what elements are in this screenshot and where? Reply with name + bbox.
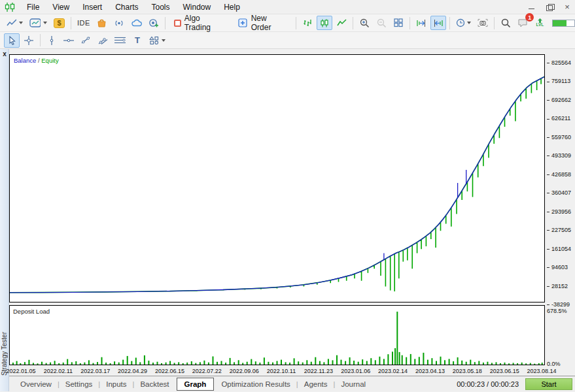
deposit-load-bar — [394, 348, 396, 365]
trendline-tool-button[interactable] — [78, 33, 94, 48]
screenshot-button[interactable] — [475, 16, 491, 30]
deposit-load-bar — [414, 359, 415, 365]
deposit-load-bar — [12, 363, 14, 365]
deposit-load-bar — [513, 363, 514, 365]
deposit-load-chart[interactable]: Deposit Load — [9, 305, 545, 365]
chart-shift-button[interactable] — [430, 16, 446, 30]
x-axis-label: 2022.01.05 — [6, 368, 35, 374]
deposit-load-bar — [93, 363, 94, 365]
lvl-icon: LVL — [536, 18, 544, 27]
zoom-out-icon — [377, 18, 387, 28]
horizontal-line-icon — [63, 37, 74, 44]
cloud-icon — [131, 19, 142, 27]
tab-settings[interactable]: Settings — [60, 378, 99, 390]
deposit-load-bar — [67, 359, 68, 365]
app-logo-icon — [5, 3, 15, 12]
level-button[interactable]: LVL — [532, 16, 548, 30]
minimize-icon[interactable] — [528, 3, 536, 11]
channel-tool-button[interactable] — [95, 33, 111, 48]
deposit-load-bar — [37, 363, 39, 365]
market-button[interactable] — [94, 16, 109, 30]
toolbar-separator — [353, 17, 353, 29]
tile-windows-button[interactable] — [391, 16, 406, 30]
vertical-line-icon — [48, 36, 55, 45]
new-chart-button[interactable] — [4, 16, 26, 30]
deposit-load-bar — [221, 361, 222, 365]
search-button[interactable] — [498, 16, 514, 30]
line-chart-button[interactable] — [334, 16, 349, 30]
y-axis-label: 94603 — [547, 264, 568, 270]
x-axis-label: 2022.07.22 — [192, 368, 222, 374]
tester-status: 00:00:23 / 00:00:23 Start — [457, 378, 575, 390]
deposit-load-bar — [306, 360, 307, 365]
zoom-out-button[interactable] — [374, 16, 389, 30]
shopping-bag-icon — [97, 18, 107, 27]
deposit-load-bar — [230, 358, 231, 365]
menu-window[interactable]: Window — [177, 1, 218, 14]
deposit-load-bar — [148, 361, 149, 365]
text-tool-button[interactable]: T — [130, 33, 145, 48]
auto-scroll-button[interactable] — [413, 16, 429, 30]
balance-equity-plot — [10, 55, 544, 302]
deposit-load-bar — [396, 312, 398, 365]
symbols-button[interactable]: $ — [51, 16, 67, 30]
tab-graph[interactable]: Graph — [177, 378, 215, 391]
deposit-load-bar — [466, 362, 467, 365]
deposit-load-bar — [431, 358, 432, 365]
deposit-load-bar — [183, 363, 184, 365]
candlestick-chart-button[interactable] — [317, 16, 332, 30]
deposit-load-bar — [504, 363, 506, 365]
crosshair-tool-button[interactable] — [21, 33, 37, 48]
algo-trading-icon — [174, 20, 181, 27]
close-icon[interactable]: × — [563, 3, 571, 11]
bars-chart-button[interactable] — [300, 16, 315, 30]
deposit-load-bar — [453, 361, 454, 365]
menu-charts[interactable]: Charts — [109, 1, 145, 14]
deposit-load-bar — [217, 362, 218, 365]
deposit-load-bar — [54, 361, 56, 365]
community-button[interactable] — [146, 16, 162, 30]
signals-button[interactable] — [111, 16, 127, 30]
deposit-load-bar — [268, 362, 269, 365]
period-button[interactable] — [453, 16, 474, 30]
x-axis-label: 2022.04.29 — [118, 368, 147, 374]
notifications-button[interactable]: 1 — [515, 16, 531, 30]
restore-icon[interactable] — [546, 3, 553, 11]
vertical-line-tool-button[interactable] — [44, 33, 60, 48]
toolbar-separator — [40, 34, 41, 46]
deposit-load-bar — [444, 360, 445, 365]
fibo-lines-tool-button[interactable] — [112, 33, 128, 48]
deposit-load-bar — [97, 362, 98, 365]
close-tester-icon[interactable]: x — [0, 50, 9, 58]
menu-tools[interactable]: Tools — [145, 1, 177, 14]
menu-insert[interactable]: Insert — [76, 1, 109, 14]
tab-journal[interactable]: Journal — [335, 378, 372, 390]
new-order-button[interactable]: New Order — [233, 16, 292, 30]
zoom-in-button[interactable] — [357, 16, 372, 30]
shapes-tool-button[interactable] — [147, 33, 168, 48]
y-axis-label: 426858 — [547, 171, 571, 178]
horizontal-line-tool-button[interactable] — [61, 33, 77, 48]
menu-help[interactable]: Help — [217, 1, 247, 14]
tab-backtest[interactable]: Backtest — [134, 378, 175, 390]
chart-profile-button[interactable] — [27, 16, 50, 30]
drawing-toolbar: T — [0, 32, 575, 49]
tab-agents[interactable]: Agents — [298, 378, 334, 390]
start-button[interactable]: Start — [525, 378, 572, 390]
tab-overview[interactable]: Overview — [14, 378, 58, 390]
metaeditor-ide-button[interactable]: IDE — [75, 16, 92, 30]
algo-trading-button[interactable]: Algo Trading — [169, 16, 232, 30]
cursor-tool-button[interactable] — [4, 33, 20, 48]
chart-shift-icon — [433, 19, 444, 27]
chevron-down-icon — [162, 39, 166, 42]
vps-button[interactable] — [129, 16, 145, 30]
x-axis-label: 2023.08.14 — [527, 368, 557, 374]
menu-file[interactable]: File — [20, 1, 46, 14]
connection-level — [553, 20, 566, 26]
tab-optimization-results[interactable]: Optimization Results — [215, 378, 296, 390]
menu-view[interactable]: View — [46, 1, 76, 14]
balance-equity-chart[interactable]: BalanceEquity — [9, 54, 545, 302]
tab-inputs[interactable]: Inputs — [100, 378, 132, 390]
deposit-load-bar — [423, 353, 424, 365]
deposit-load-bar — [178, 362, 179, 365]
